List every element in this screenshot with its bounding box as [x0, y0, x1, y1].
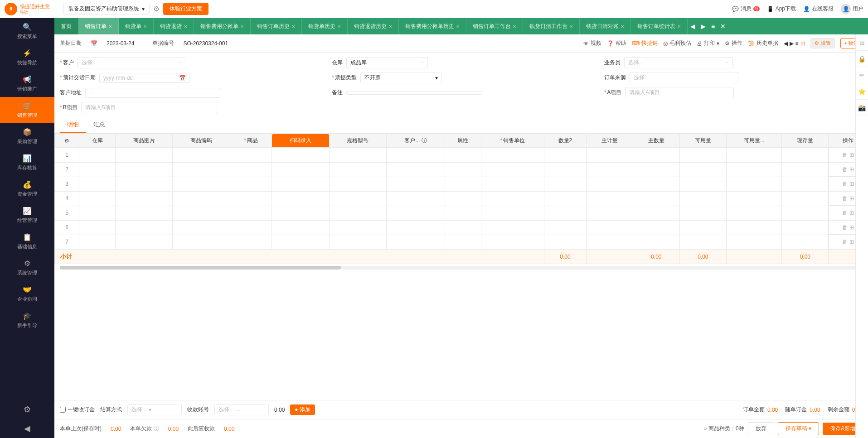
row-code[interactable]	[173, 162, 230, 177]
row-customer-code[interactable]	[387, 206, 445, 220]
sidebar-item-finance[interactable]: 💰 资金管理	[0, 176, 54, 202]
col-settings[interactable]: ⚙	[55, 134, 79, 148]
row-current[interactable]	[782, 162, 829, 177]
row-current[interactable]	[782, 191, 829, 206]
row-warehouse[interactable]	[79, 206, 116, 220]
tab-expense-history[interactable]: 销售费用分摊单历史 ✕	[399, 18, 466, 34]
one-click-checkbox[interactable]	[60, 407, 66, 413]
row-spec[interactable]	[329, 235, 386, 250]
settings-button[interactable]: ⚙ 设置	[810, 38, 835, 48]
row-image[interactable]	[116, 220, 173, 235]
row-scan[interactable]	[272, 148, 329, 163]
address-input[interactable]: ···	[85, 88, 221, 98]
right-panel-icon-1[interactable]: ⊞	[856, 34, 868, 51]
row-product[interactable]	[230, 148, 272, 163]
row-available2[interactable]	[726, 235, 781, 250]
tab-sales-order-history[interactable]: 销售订单历史 ✕	[251, 18, 302, 34]
row-available2[interactable]	[726, 220, 781, 235]
project-b-input[interactable]: 请输入B项目	[81, 102, 217, 113]
online-service-btn[interactable]: 👤 在线客服	[803, 5, 834, 13]
row-customer-code[interactable]	[387, 191, 445, 206]
sidebar-settings-btn[interactable]: ⚙	[0, 400, 54, 419]
row-available[interactable]	[679, 177, 726, 191]
order-source-input[interactable]: 选择...	[630, 72, 738, 83]
row-warehouse[interactable]	[79, 220, 116, 235]
sidebar-item-marketing[interactable]: 📢 营销推广	[0, 71, 54, 97]
sidebar-item-search[interactable]: 🔍 搜索菜单	[0, 18, 54, 44]
tab-close-icon[interactable]: ✕	[143, 24, 147, 29]
project-a-input[interactable]: 请输入A项目	[625, 87, 734, 98]
row-product[interactable]	[230, 206, 272, 220]
warehouse-input[interactable]: 成品库 ···	[346, 57, 428, 68]
row-unit[interactable]	[481, 206, 544, 220]
row-scan[interactable]	[272, 162, 329, 177]
row-scan[interactable]	[272, 220, 329, 235]
row-customer-code[interactable]	[387, 162, 445, 177]
tab-order-stats[interactable]: 销售订单统计表 ✕	[631, 18, 688, 34]
tab-next-btn[interactable]: ▶	[698, 23, 708, 30]
delete-icon[interactable]: 🗑	[842, 181, 848, 187]
row-current[interactable]	[782, 148, 829, 163]
tab-order-workbench[interactable]: 销售订单工作台 ✕	[466, 18, 523, 34]
row-qty2[interactable]	[544, 206, 587, 220]
row-main-unit[interactable]	[586, 206, 633, 220]
row-main-qty[interactable]	[633, 235, 679, 250]
invoice-type-select[interactable]: 不开票 ▾	[360, 72, 442, 83]
row-code[interactable]	[173, 177, 230, 191]
row-main-unit[interactable]	[586, 162, 633, 177]
row-product[interactable]	[230, 191, 272, 206]
row-main-unit[interactable]	[586, 177, 633, 191]
row-code[interactable]	[173, 191, 230, 206]
row-spec[interactable]	[329, 206, 386, 220]
help-btn[interactable]: ❓ 帮助	[607, 39, 626, 47]
row-code[interactable]	[173, 148, 230, 163]
tab-close-icon[interactable]: ✕	[240, 24, 244, 29]
row-scan[interactable]	[272, 191, 329, 206]
copy-icon[interactable]: ⊞	[849, 239, 854, 245]
profit-btn[interactable]: ◎ 毛利预估	[663, 39, 691, 47]
tab-sales-expense[interactable]: 销售费用分摊单 ✕	[194, 18, 251, 34]
row-warehouse[interactable]	[79, 162, 116, 177]
row-image[interactable]	[116, 206, 173, 220]
discard-button[interactable]: 放弃	[748, 422, 774, 435]
row-available[interactable]	[679, 235, 726, 250]
save-draft-button[interactable]: 保存草稿 ▾	[778, 422, 819, 435]
row-image[interactable]	[116, 191, 173, 206]
tab-prev-btn[interactable]: ◀	[688, 23, 698, 30]
industry-btn[interactable]: 体验行业方案	[163, 3, 209, 15]
row-customer-code[interactable]	[387, 177, 445, 191]
row-spec[interactable]	[329, 148, 386, 163]
settings-icon[interactable]: ⚙	[153, 5, 160, 13]
customer-input[interactable]: 选择... ···	[78, 57, 186, 68]
sidebar-item-operations[interactable]: 📈 经营管理	[0, 202, 54, 228]
row-warehouse[interactable]	[79, 235, 116, 250]
row-spec[interactable]	[329, 191, 386, 206]
arrow-right-icon[interactable]: ▶	[790, 40, 794, 47]
tab-menu-btn[interactable]: ≡	[708, 23, 718, 30]
row-available2[interactable]	[726, 191, 781, 206]
tab-close-icon[interactable]: ✕	[513, 24, 516, 29]
row-main-unit[interactable]	[586, 148, 633, 163]
tab-return-history[interactable]: 销货退货历史 ✕	[348, 18, 399, 34]
tab-close-icon[interactable]: ✕	[337, 24, 341, 29]
row-customer-code[interactable]	[387, 148, 445, 163]
row-product[interactable]	[230, 235, 272, 250]
sidebar-item-nav[interactable]: ⚡ 快捷导航	[0, 44, 54, 71]
row-code[interactable]	[173, 220, 230, 235]
tab-close-all-btn[interactable]: ✕	[718, 23, 728, 30]
tab-close-icon[interactable]: ✕	[569, 24, 573, 29]
row-available2[interactable]	[726, 177, 781, 191]
copy-icon[interactable]: ⊞	[849, 166, 854, 173]
scrollbar-thumb[interactable]	[60, 266, 341, 270]
row-attribute[interactable]	[445, 235, 481, 250]
row-unit[interactable]	[481, 148, 544, 163]
sidebar-item-sales[interactable]: 🛒 销售管理	[0, 97, 54, 123]
row-main-qty[interactable]	[633, 162, 679, 177]
row-available[interactable]	[679, 148, 726, 163]
tab-close-icon[interactable]: ✕	[184, 24, 187, 29]
row-unit[interactable]	[481, 162, 544, 177]
system-selector[interactable]: 装备及固定资产辅助管理系统 ▾	[63, 3, 150, 15]
tab-invoice-history[interactable]: 销货单历史 ✕	[302, 18, 348, 34]
shortcut-btn[interactable]: ⌨ 快捷键	[632, 39, 658, 47]
delete-icon[interactable]: 🗑	[842, 166, 848, 173]
